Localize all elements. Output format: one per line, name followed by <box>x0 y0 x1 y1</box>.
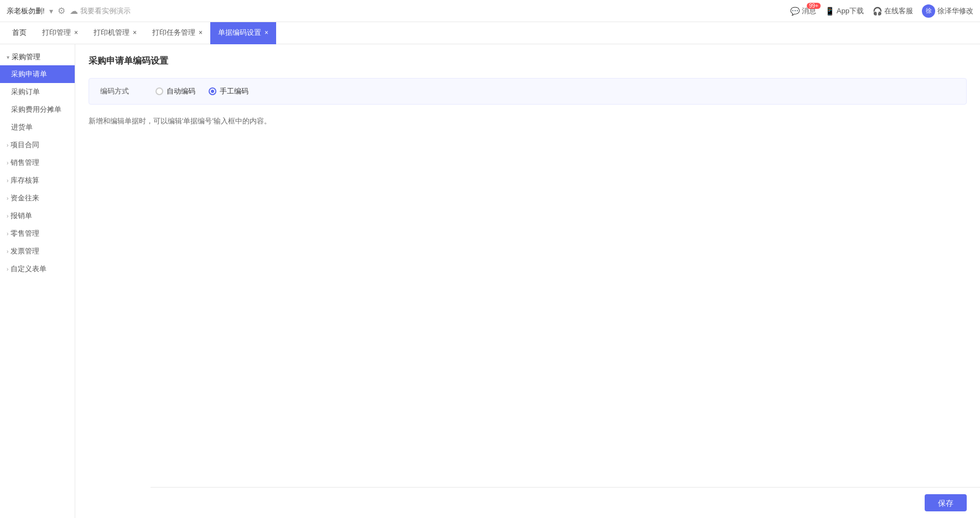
dropdown-icon[interactable]: ▾ <box>49 7 53 15</box>
tab-barcode-setting[interactable]: 单据编码设置 × <box>210 22 276 44</box>
returns-arrow: › <box>7 213 8 219</box>
radio-auto-label: 自动编码 <box>167 86 195 96</box>
sidebar-item-purchase-expense-label: 采购费用分摊单 <box>11 105 61 113</box>
user-menu[interactable]: 徐 徐泽华修改 <box>922 4 973 18</box>
sidebar-item-purchase-order-label: 采购订单 <box>11 87 40 96</box>
content-inner: 采购申请单编码设置 编码方式 自动编码 手工编码 <box>75 44 980 138</box>
sidebar-group-fund-flow[interactable]: › 资金往来 <box>0 189 75 207</box>
sidebar-group-fund-label: 资金往来 <box>11 193 39 203</box>
sidebar-item-purchase-request-label: 采购申请单 <box>11 70 47 78</box>
sidebar-item-stock-in[interactable]: 进货单 <box>0 118 75 136</box>
inventory-arrow: › <box>7 178 8 184</box>
custom-form-arrow: › <box>7 266 8 272</box>
search-label: 我要看实例演示 <box>80 6 131 16</box>
tab-printer-mgmt-label: 打印机管理 <box>94 28 129 38</box>
page-title: 采购申请单编码设置 <box>89 55 967 67</box>
radio-manual-label: 手工编码 <box>220 86 248 96</box>
tab-printer-mgmt[interactable]: 打印机管理 × <box>86 22 144 44</box>
sidebar-group-invoice-mgmt[interactable]: › 发票管理 <box>0 242 75 260</box>
sidebar-item-purchase-order[interactable]: 采购订单 <box>0 83 75 101</box>
sidebar-group-purchase[interactable]: ▾ 采购管理 <box>0 49 75 65</box>
message-button[interactable]: 消息 99+ <box>790 6 816 16</box>
tab-barcode-setting-close[interactable]: × <box>265 29 268 37</box>
settings-icon[interactable] <box>58 6 65 16</box>
sidebar-group-inventory-label: 库存核算 <box>11 175 39 185</box>
avatar: 徐 <box>922 4 935 18</box>
tab-print-task[interactable]: 打印任务管理 × <box>144 22 210 44</box>
sidebar-group-project-label: 项目合同 <box>11 140 39 150</box>
app-download-label: App下载 <box>837 6 864 16</box>
sidebar-group-sales-label: 销售管理 <box>11 158 39 168</box>
save-button[interactable]: 保存 <box>925 494 967 511</box>
retail-arrow: › <box>7 231 8 237</box>
sidebar-item-purchase-expense[interactable]: 采购费用分摊单 <box>0 101 75 118</box>
message-icon <box>790 7 800 15</box>
tab-print-mgmt[interactable]: 打印管理 × <box>34 22 86 44</box>
tab-barcode-setting-label: 单据编码设置 <box>218 28 261 38</box>
sidebar-group-sales-mgmt[interactable]: › 销售管理 <box>0 154 75 172</box>
message-badge: 99+ <box>807 3 821 9</box>
sidebar-group-retail-mgmt[interactable]: › 零售管理 <box>0 225 75 242</box>
invoice-arrow: › <box>7 248 8 255</box>
purchase-arrow: ▾ <box>7 54 9 60</box>
top-bar-left: 亲老板勿删! ▾ 我要看实例演示 <box>7 6 131 16</box>
sidebar-group-retail-label: 零售管理 <box>11 229 39 239</box>
top-bar: 亲老板勿删! ▾ 我要看实例演示 消息 99+ App下载 在线客服 徐 徐泽华… <box>0 0 980 22</box>
sidebar-group-custom-form[interactable]: › 自定义表单 <box>0 260 75 278</box>
content-area: 采购申请单编码设置 编码方式 自动编码 手工编码 <box>75 44 980 518</box>
bottom-bar: 保存 <box>151 487 980 518</box>
radio-manual[interactable]: 手工编码 <box>209 86 248 96</box>
sidebar-group-invoice-label: 发票管理 <box>11 246 39 256</box>
encoding-row: 编码方式 自动编码 手工编码 <box>100 86 955 96</box>
sidebar-group-returns-label: 报销单 <box>11 211 32 221</box>
tab-home[interactable]: 首页 <box>4 22 34 44</box>
app-icon <box>825 7 834 15</box>
tab-print-task-label: 打印任务管理 <box>152 28 195 38</box>
sidebar-group-project-contract[interactable]: › 项目合同 <box>0 136 75 154</box>
online-service-button[interactable]: 在线客服 <box>873 6 913 16</box>
sidebar-group-inventory[interactable]: › 库存核算 <box>0 172 75 189</box>
top-bar-right: 消息 99+ App下载 在线客服 徐 徐泽华修改 <box>790 4 973 18</box>
sidebar: ▾ 采购管理 采购申请单 采购订单 采购费用分摊单 进货单 › 项目合同 › 销… <box>0 44 75 518</box>
tab-printer-mgmt-close[interactable]: × <box>133 29 137 37</box>
tab-bar: 首页 打印管理 × 打印机管理 × 打印任务管理 × 单据编码设置 × <box>0 22 980 44</box>
project-contract-arrow: › <box>7 142 8 148</box>
tab-home-label: 首页 <box>12 28 27 38</box>
radio-auto-circle <box>155 87 163 95</box>
tab-print-task-close[interactable]: × <box>199 29 203 37</box>
sidebar-item-purchase-request[interactable]: 采购申请单 <box>0 65 75 83</box>
service-icon <box>873 7 882 15</box>
app-download-button[interactable]: App下载 <box>825 6 864 16</box>
user-name: 徐泽华修改 <box>937 6 973 16</box>
search-area[interactable]: 我要看实例演示 <box>70 6 131 16</box>
brand-label: 亲老板勿删! <box>7 6 45 16</box>
radio-group: 自动编码 手工编码 <box>155 86 248 96</box>
encoding-section: 编码方式 自动编码 手工编码 <box>89 78 967 105</box>
sidebar-group-custom-label: 自定义表单 <box>11 264 46 274</box>
cloud-icon <box>70 6 78 16</box>
hint-text: 新增和编辑单据时，可以编辑'单据编号'输入框中的内容。 <box>89 116 967 127</box>
sales-arrow: › <box>7 160 8 166</box>
online-service-label: 在线客服 <box>884 6 913 16</box>
tab-print-mgmt-label: 打印管理 <box>42 28 71 38</box>
radio-manual-circle <box>209 87 216 95</box>
sidebar-group-returns[interactable]: › 报销单 <box>0 207 75 225</box>
sidebar-item-stock-in-label: 进货单 <box>11 123 33 131</box>
sidebar-group-purchase-label: 采购管理 <box>12 52 40 62</box>
main-layout: ▾ 采购管理 采购申请单 采购订单 采购费用分摊单 进货单 › 项目合同 › 销… <box>0 44 980 518</box>
tab-print-mgmt-close[interactable]: × <box>74 29 78 37</box>
fund-arrow: › <box>7 195 8 201</box>
encoding-label: 编码方式 <box>100 86 133 96</box>
radio-auto[interactable]: 自动编码 <box>155 86 195 96</box>
